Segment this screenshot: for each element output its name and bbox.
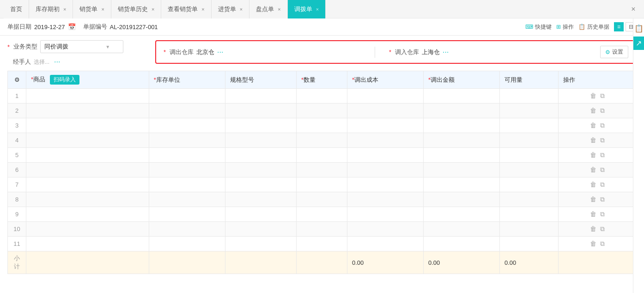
row-unit[interactable]	[149, 177, 225, 192]
copy-icon[interactable]: ⧉	[600, 151, 605, 159]
row-product[interactable]	[26, 163, 149, 177]
delete-icon[interactable]: 🗑	[590, 225, 596, 233]
warehouse-in-more-icon[interactable]: ···	[443, 48, 449, 56]
history-btn[interactable]: 📋 历史单据	[578, 23, 609, 31]
delete-icon[interactable]: 🗑	[590, 240, 596, 248]
row-product[interactable]	[26, 148, 149, 163]
row-qty[interactable]	[296, 104, 347, 118]
copy-icon[interactable]: ⧉	[600, 225, 605, 233]
row-qty[interactable]	[296, 148, 347, 163]
row-cost[interactable]	[347, 207, 424, 222]
calendar-icon[interactable]: 📅	[68, 23, 76, 31]
row-unit[interactable]	[149, 133, 225, 148]
row-available[interactable]	[500, 177, 559, 192]
copy-icon[interactable]: ⧉	[600, 136, 605, 144]
operations-btn[interactable]: ⊞ 操作	[556, 23, 574, 31]
col-gear[interactable]: ⚙	[8, 71, 26, 89]
close-sales-history[interactable]: ×	[152, 6, 154, 12]
row-spec[interactable]	[225, 104, 296, 118]
tab-sales-history[interactable]: 销货单历史 ×	[111, 0, 161, 18]
delete-icon[interactable]: 🗑	[590, 122, 596, 129]
row-available[interactable]	[500, 148, 559, 163]
row-qty[interactable]	[296, 207, 347, 222]
tab-purchase[interactable]: 进货单 ×	[212, 0, 249, 18]
row-amount[interactable]	[424, 118, 500, 133]
copy-icon[interactable]: ⧉	[600, 166, 605, 174]
row-amount[interactable]	[424, 104, 500, 118]
row-available[interactable]	[500, 207, 559, 222]
copy-icon[interactable]: ⧉	[600, 181, 605, 189]
row-cost[interactable]	[347, 148, 424, 163]
close-view-sales[interactable]: ×	[201, 6, 204, 12]
copy-icon[interactable]: ⧉	[600, 92, 605, 100]
tab-transfer[interactable]: 调拨单 ×	[288, 0, 326, 18]
scan-button[interactable]: 扫码录入	[50, 75, 79, 85]
row-spec[interactable]	[225, 89, 296, 104]
warehouse-out-more-icon[interactable]: ···	[217, 48, 223, 56]
row-amount[interactable]	[424, 192, 500, 207]
row-unit[interactable]	[149, 118, 225, 133]
row-spec[interactable]	[225, 222, 296, 237]
row-amount[interactable]	[424, 163, 500, 177]
row-available[interactable]	[500, 192, 559, 207]
delete-icon[interactable]: 🗑	[590, 107, 596, 115]
row-amount[interactable]	[424, 207, 500, 222]
close-sales-order[interactable]: ×	[101, 6, 104, 12]
row-cost[interactable]	[347, 192, 424, 207]
delete-icon[interactable]: 🗑	[590, 151, 596, 159]
row-cost[interactable]	[347, 133, 424, 148]
row-unit[interactable]	[149, 192, 225, 207]
row-available[interactable]	[500, 104, 559, 118]
row-qty[interactable]	[296, 133, 347, 148]
delete-icon[interactable]: 🗑	[590, 210, 596, 218]
close-purchase[interactable]: ×	[240, 6, 243, 12]
sidebar-export-icon[interactable]: ↗	[633, 37, 644, 50]
row-product[interactable]	[26, 192, 149, 207]
row-unit[interactable]	[149, 207, 225, 222]
row-spec[interactable]	[225, 207, 296, 222]
row-qty[interactable]	[296, 177, 347, 192]
row-amount[interactable]	[424, 237, 500, 251]
row-cost[interactable]	[347, 177, 424, 192]
row-spec[interactable]	[225, 192, 296, 207]
shortcuts-btn[interactable]: ⌨ 快捷键	[525, 23, 552, 31]
close-all-tabs[interactable]: ×	[626, 0, 640, 18]
tab-view-sales[interactable]: 查看销货单 ×	[161, 0, 211, 18]
row-product[interactable]	[26, 237, 149, 251]
close-inventory-init[interactable]: ×	[63, 6, 66, 12]
row-unit[interactable]	[149, 237, 225, 251]
row-unit[interactable]	[149, 104, 225, 118]
delete-icon[interactable]: 🗑	[590, 195, 596, 203]
row-spec[interactable]	[225, 118, 296, 133]
tab-sales-order[interactable]: 销货单 ×	[73, 0, 111, 18]
row-unit[interactable]	[149, 148, 225, 163]
row-product[interactable]	[26, 177, 149, 192]
row-available[interactable]	[500, 89, 559, 104]
row-available[interactable]	[500, 133, 559, 148]
row-product[interactable]	[26, 104, 149, 118]
tab-home[interactable]: 首页	[4, 0, 29, 18]
list-view-btn[interactable]: ≡	[614, 22, 624, 31]
business-type-select[interactable]: 同价调拨 ▼	[40, 40, 123, 53]
copy-icon[interactable]: ⧉	[600, 240, 605, 248]
row-cost[interactable]	[347, 222, 424, 237]
sidebar-list-icon[interactable]: 📋	[632, 22, 644, 35]
copy-icon[interactable]: ⧉	[600, 107, 605, 115]
row-available[interactable]	[500, 163, 559, 177]
row-unit[interactable]	[149, 222, 225, 237]
row-qty[interactable]	[296, 237, 347, 251]
handler-input[interactable]: 选择...	[34, 58, 49, 66]
delete-icon[interactable]: 🗑	[590, 136, 596, 144]
tab-inventory-init[interactable]: 库存期初 ×	[29, 0, 73, 18]
handler-more-icon[interactable]: ···	[54, 58, 60, 66]
row-amount[interactable]	[424, 148, 500, 163]
row-spec[interactable]	[225, 237, 296, 251]
row-amount[interactable]	[424, 177, 500, 192]
close-transfer[interactable]: ×	[316, 6, 319, 12]
row-unit[interactable]	[149, 89, 225, 104]
row-qty[interactable]	[296, 118, 347, 133]
row-product[interactable]	[26, 207, 149, 222]
row-available[interactable]	[500, 222, 559, 237]
row-spec[interactable]	[225, 133, 296, 148]
copy-icon[interactable]: ⧉	[600, 195, 605, 203]
